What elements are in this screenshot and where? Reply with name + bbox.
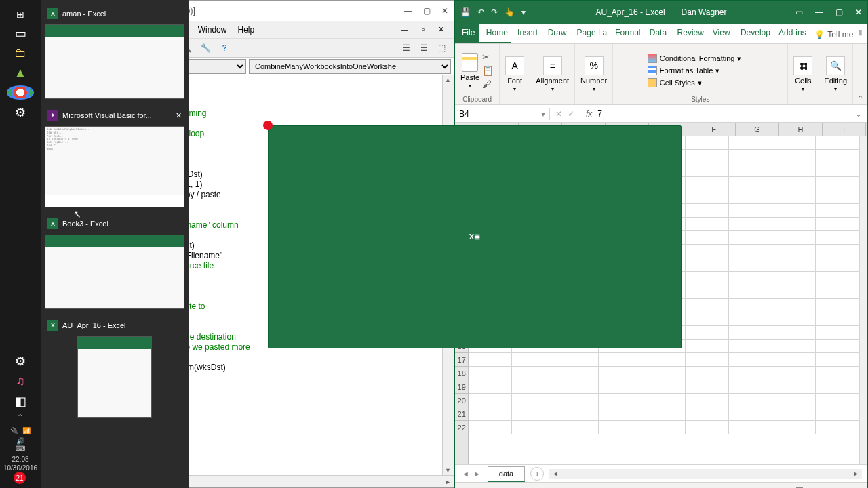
cell-C19[interactable] bbox=[555, 380, 599, 394]
cell-H14[interactable] bbox=[772, 312, 816, 326]
row-header-20[interactable]: 20 bbox=[455, 394, 468, 407]
cell-I7[interactable] bbox=[816, 218, 859, 231]
cell-F2[interactable] bbox=[686, 150, 729, 163]
row-header-22[interactable]: 22 bbox=[455, 421, 468, 434]
ribbon-display-icon[interactable]: ▭ bbox=[795, 7, 803, 17]
cell-F11[interactable] bbox=[686, 272, 729, 285]
cell-H4[interactable] bbox=[772, 177, 816, 190]
enter-formula-icon[interactable]: ✓ bbox=[568, 109, 574, 119]
cell-D20[interactable] bbox=[599, 394, 642, 407]
switcher-item-book3[interactable]: XBook3 - Excel bbox=[45, 216, 184, 309]
cell-F5[interactable] bbox=[686, 190, 729, 204]
app-icon-3[interactable]: ◧ bbox=[7, 394, 34, 409]
font-button[interactable]: AFont▾ bbox=[505, 56, 524, 92]
cell-H19[interactable] bbox=[772, 380, 816, 394]
cell-A21[interactable] bbox=[469, 407, 512, 421]
cell-A19[interactable] bbox=[469, 380, 512, 394]
tab-view[interactable]: View bbox=[706, 24, 734, 43]
cell-G4[interactable] bbox=[729, 177, 772, 190]
cell-G22[interactable] bbox=[729, 421, 772, 434]
sheet-nav-prev[interactable]: ◄ bbox=[462, 470, 469, 478]
maximize-button[interactable]: ▢ bbox=[423, 6, 431, 16]
cell-G19[interactable] bbox=[729, 380, 772, 394]
app-icon-1[interactable]: ▲ bbox=[7, 66, 34, 80]
cell-F19[interactable] bbox=[686, 380, 729, 394]
outdent-button[interactable]: ☰ bbox=[399, 41, 413, 55]
cell-G12[interactable] bbox=[729, 285, 772, 299]
task-view-button[interactable]: ▭ bbox=[7, 26, 34, 41]
cell-I18[interactable] bbox=[816, 367, 859, 380]
cell-H18[interactable] bbox=[772, 367, 816, 380]
tab-formulas[interactable]: Formul bbox=[608, 24, 643, 43]
cell-G18[interactable] bbox=[729, 367, 772, 380]
cell-I20[interactable] bbox=[816, 394, 859, 407]
conditional-formatting-button[interactable]: Conditional Formatting ▾ bbox=[646, 53, 755, 64]
cell-I16[interactable] bbox=[816, 340, 859, 353]
cell-D19[interactable] bbox=[599, 380, 642, 394]
row-header-19[interactable]: 19 bbox=[455, 380, 468, 394]
thumbnail-vbe[interactable]: Sub CombineManyWorkbooks...Dim wks...For… bbox=[45, 126, 184, 207]
cell-H1[interactable] bbox=[772, 136, 816, 150]
cell-G16[interactable] bbox=[729, 340, 772, 353]
cell-C20[interactable] bbox=[555, 394, 599, 407]
cell-D22[interactable] bbox=[599, 421, 642, 434]
cell-E22[interactable] bbox=[642, 421, 686, 434]
cell-H11[interactable] bbox=[772, 272, 816, 285]
cell-H10[interactable] bbox=[772, 258, 816, 272]
cut-icon[interactable]: ✂ bbox=[482, 52, 494, 62]
tab-review[interactable]: Review bbox=[671, 24, 706, 43]
cell-F21[interactable] bbox=[686, 407, 729, 421]
thumbnail-book3[interactable] bbox=[45, 235, 184, 309]
undo-icon[interactable]: ↶ bbox=[477, 7, 484, 17]
thumbnail-aman[interactable] bbox=[45, 24, 184, 99]
mdi-restore[interactable]: ▫ bbox=[418, 24, 429, 35]
cell-I4[interactable] bbox=[816, 177, 859, 190]
chrome-icon[interactable] bbox=[7, 85, 34, 99]
copy-icon[interactable]: 📋 bbox=[482, 65, 494, 76]
cell-B18[interactable] bbox=[512, 367, 555, 380]
system-clock[interactable]: 22:08 10/30/2016 bbox=[3, 455, 37, 472]
cell-I10[interactable] bbox=[816, 258, 859, 272]
cell-H15[interactable] bbox=[772, 326, 816, 340]
touch-mode-icon[interactable]: 👆 bbox=[505, 7, 515, 17]
cell-E17[interactable] bbox=[642, 353, 686, 367]
cell-styles-button[interactable]: Cell Styles ▾ bbox=[646, 77, 755, 88]
cell-I8[interactable] bbox=[816, 231, 859, 245]
cell-H17[interactable] bbox=[772, 353, 816, 367]
excel-close-button[interactable]: ✕ bbox=[855, 7, 862, 17]
format-as-table-button[interactable]: Format as Table ▾ bbox=[646, 65, 755, 76]
bookmark-button[interactable]: ⬚ bbox=[435, 41, 448, 55]
cell-H3[interactable] bbox=[772, 163, 816, 177]
cell-G20[interactable] bbox=[729, 394, 772, 407]
cell-F17[interactable] bbox=[686, 353, 729, 367]
cell-C21[interactable] bbox=[555, 407, 599, 421]
excel-maximize-button[interactable]: ▢ bbox=[835, 7, 843, 17]
cell-G8[interactable] bbox=[729, 231, 772, 245]
cell-A22[interactable] bbox=[469, 421, 512, 434]
cell-A18[interactable] bbox=[469, 367, 512, 380]
menu-window[interactable]: Window bbox=[194, 24, 231, 36]
cell-F16[interactable] bbox=[686, 340, 729, 353]
cell-G21[interactable] bbox=[729, 407, 772, 421]
cell-G5[interactable] bbox=[729, 190, 772, 204]
cell-C18[interactable] bbox=[555, 367, 599, 380]
cell-I5[interactable] bbox=[816, 190, 859, 204]
qa-customize-icon[interactable]: ▾ bbox=[521, 7, 526, 17]
cell-C22[interactable] bbox=[555, 421, 599, 434]
cell-F14[interactable] bbox=[686, 312, 729, 326]
cell-I11[interactable] bbox=[816, 272, 859, 285]
cells-button[interactable]: ▦Cells▾ bbox=[793, 56, 812, 92]
cell-H12[interactable] bbox=[772, 285, 816, 299]
minimize-button[interactable]: — bbox=[404, 6, 412, 16]
thumbnail-auapr16[interactable] bbox=[77, 336, 152, 418]
column-header-F[interactable]: F bbox=[692, 123, 736, 136]
cell-I17[interactable] bbox=[816, 353, 859, 367]
switcher-item-auapr16[interactable]: XAU_Apr_16 - Excel bbox=[45, 317, 184, 418]
menu-help[interactable]: Help bbox=[233, 24, 258, 36]
alignment-button[interactable]: ≡Alignment▾ bbox=[536, 56, 569, 92]
cell-H5[interactable] bbox=[772, 190, 816, 204]
excel-taskbar-icon[interactable]: X≣ bbox=[268, 125, 682, 348]
cell-G14[interactable] bbox=[729, 312, 772, 326]
help-button[interactable]: ? bbox=[218, 41, 231, 55]
paste-button[interactable]: Paste▾ bbox=[460, 53, 479, 89]
